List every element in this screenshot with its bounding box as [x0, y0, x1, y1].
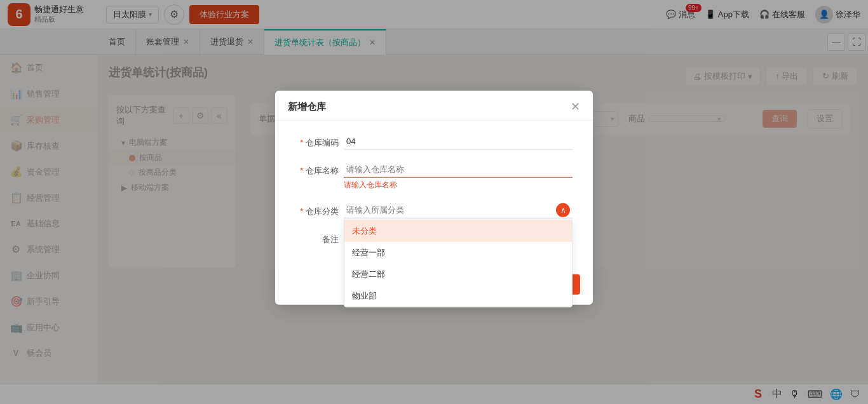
dropdown-item-unclassified[interactable]: 未分类 — [344, 220, 572, 242]
modal-body: 仓库编码 仓库名称 请输入仓库名称 仓库分类 ∧ 未分类 经营一部 — [275, 121, 593, 268]
category-toggle-button[interactable]: ∧ — [556, 203, 570, 217]
modal-close-button[interactable]: ✕ — [571, 100, 580, 114]
category-select-wrap: ∧ 未分类 经营一部 经营二部 物业部 — [344, 202, 573, 219]
code-input[interactable] — [344, 133, 573, 150]
name-error-msg: 请输入仓库名称 — [344, 180, 573, 191]
code-col — [344, 133, 573, 150]
form-row-code: 仓库编码 — [295, 133, 573, 150]
form-row-name: 仓库名称 请输入仓库名称 — [295, 161, 573, 191]
code-label: 仓库编码 — [295, 133, 339, 149]
dropdown-item-ops2[interactable]: 经营二部 — [344, 264, 572, 285]
name-input[interactable] — [344, 161, 573, 178]
category-dropdown: 未分类 经营一部 经营二部 物业部 — [344, 220, 573, 307]
note-label: 备注 — [295, 230, 339, 245]
dropdown-item-ops1[interactable]: 经营一部 — [344, 242, 572, 264]
form-row-category: 仓库分类 ∧ 未分类 经营一部 经营二部 物业部 — [295, 202, 573, 219]
modal-title: 新增仓库 — [288, 100, 326, 112]
name-col: 请输入仓库名称 — [344, 161, 573, 191]
name-label: 仓库名称 — [295, 161, 339, 177]
category-input[interactable] — [344, 202, 573, 219]
category-label: 仓库分类 — [295, 202, 339, 217]
modal-header: 新增仓库 ✕ — [275, 91, 593, 121]
dropdown-item-property[interactable]: 物业部 — [344, 285, 572, 307]
new-warehouse-modal: 新增仓库 ✕ 仓库编码 仓库名称 请输入仓库名称 仓库分类 ∧ — [275, 91, 593, 305]
